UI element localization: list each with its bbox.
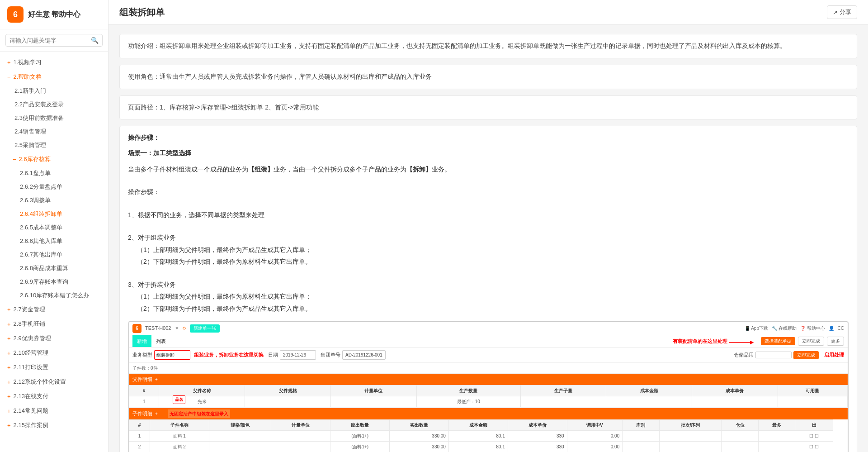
cell-in-use: 0.00 xyxy=(567,441,623,452)
mock-th2-warehouse: 库别 xyxy=(623,419,659,430)
mock-btn-complete[interactable]: 立即完成 xyxy=(793,351,819,359)
sidebar-item-install[interactable]: 2.2产品安装及登录 xyxy=(0,98,108,111)
cell-name: 光米 品名 xyxy=(159,396,245,407)
top-bar: 组装拆卸单 ↗ 分享 xyxy=(108,0,868,25)
mock-topbar: 6 TEST-H002 ▼ ⟳ 新建单一张 📱 App下载 🔧 在线帮助 ❓ 帮… xyxy=(129,322,848,335)
content-body: 功能介绍：组装拆卸单用来处理企业组装或拆卸等加工业务，支持有固定装配清单的产品加… xyxy=(108,25,868,452)
sidebar-item-print[interactable]: + 2.11打印设置 xyxy=(0,360,108,375)
mock-th2-batch: 批次/序列 xyxy=(659,419,722,430)
annotation-input: 品名 xyxy=(173,395,185,404)
table-row: 1 面料 1 (面料1+) 330.00 80.1 330 0.00 xyxy=(129,430,848,441)
cell-spec xyxy=(245,396,331,407)
mock-btn-more[interactable]: 更多 xyxy=(827,337,844,346)
scene1-desc: 当由多个子件材料组装成一个成品的业务为【组装】业务，当由一个父件拆分成多个子产品… xyxy=(128,163,849,176)
mock-field-type-value[interactable]: 组装拆卸 xyxy=(154,350,190,360)
sidebar-item-payment[interactable]: + 2.13在线支付 xyxy=(0,389,108,404)
cell-num: 1 xyxy=(129,396,159,407)
cell-batch xyxy=(659,441,722,452)
mock-topbar-center: ❓ 帮助中心 xyxy=(800,324,825,332)
expand-icon: + xyxy=(7,393,11,400)
cell-cost-price xyxy=(692,396,778,407)
mock-th-parent-spec: 父件规格 xyxy=(245,385,331,396)
sidebar-item-assembly[interactable]: 2.6.4组装拆卸单 xyxy=(0,207,108,221)
sidebar-item-transfer[interactable]: 2.6.3调拨单 xyxy=(0,194,108,207)
cell-warehouse xyxy=(623,441,659,452)
expand-icon: + xyxy=(7,364,11,371)
mock-field-ordernum-value[interactable]: AD-20191226-001 xyxy=(342,350,386,360)
mock-form-row: 业务类型 组装拆卸 组装业务，拆卸业务在这里切换 日期 2019-12-26 集… xyxy=(129,347,848,363)
mock-field-date: 日期 2019-12-26 xyxy=(268,350,316,360)
sidebar-item-sales[interactable]: 2.4销售管理 xyxy=(0,125,108,138)
breadcrumb: 页面路径：1、库存核算->库存管理->组装拆卸单 2、首页->常用功能 xyxy=(128,102,849,113)
mock-orange-bar: 父件明细 + xyxy=(129,374,848,385)
sidebar-item-stocktake[interactable]: 2.6.1盘点单 xyxy=(0,167,108,180)
sidebar-item-cost-adj[interactable]: 2.6.5成本调整单 xyxy=(0,221,108,234)
sidebar-item-coupon[interactable]: + 2.9优惠券管理 xyxy=(0,331,108,346)
sidebar-item-ledger-error[interactable]: 2.6.10库存账本错了怎么办 xyxy=(0,289,108,302)
cell-unit xyxy=(331,396,417,407)
step2: 2、对于组装业务 xyxy=(128,232,849,244)
cell-warehouse xyxy=(623,430,659,441)
sidebar-item-newbie[interactable]: 2.1新手入门 xyxy=(0,84,108,98)
mock-th-prod-qty: 生产数量 xyxy=(416,385,520,396)
mock-table2: # 子件名称 规格/颜色 计量单位 应出数量 实出数量 成本金额 成本单价 调用… xyxy=(129,419,848,452)
sidebar-item-label: 2.6库存核算 xyxy=(19,155,51,163)
sidebar-item-video[interactable]: + 1.视频学习 xyxy=(0,55,108,70)
share-button[interactable]: ↗ 分享 xyxy=(827,5,857,19)
sidebar-item-cost-recalc[interactable]: 2.6.8商品成本重算 xyxy=(0,262,108,275)
cell-unit xyxy=(271,430,330,441)
cell-in-use: 0.00 xyxy=(567,430,623,441)
cell-should-out: (面料1+) xyxy=(330,430,390,441)
mock-tab-new[interactable]: 新增 xyxy=(132,335,151,347)
sidebar-item-faq[interactable]: + 2.14常见问题 xyxy=(0,404,108,418)
sidebar-item-partial-stocktake[interactable]: 2.6.2分量盘点单 xyxy=(0,180,108,194)
cell-unit xyxy=(271,441,330,452)
cell-out-btn[interactable]: ☐ ☐ xyxy=(795,430,833,441)
sidebar-item-data-prep[interactable]: 2.3使用前数据准备 xyxy=(0,111,108,125)
annotation-enable: 启用处理 xyxy=(824,351,844,359)
cell-cost-amt: 80.1 xyxy=(448,430,508,441)
mock-th2-unit: 计量单位 xyxy=(271,419,330,430)
mock-btn-choose-assembly[interactable]: 选择装配单据 xyxy=(761,337,795,345)
mock-refresh-icon: ⟳ xyxy=(183,324,186,332)
cell-actual-out: 330.00 xyxy=(390,441,449,452)
mock-topbar-id: TEST-H002 xyxy=(145,324,171,333)
mock-tab-bar: 新增 列表 xyxy=(132,335,170,347)
sidebar-item-personalize[interactable]: + 2.12系统个性化设置 xyxy=(0,375,108,389)
mock-dropdown-icon: ▼ xyxy=(175,324,179,332)
mock-field-type-label: 业务类型 xyxy=(132,351,152,359)
mock-btn-confirm[interactable]: 立即完成 xyxy=(798,337,824,346)
search-input[interactable] xyxy=(9,37,91,44)
mock-field-date-value[interactable]: 2019-12-26 xyxy=(280,350,316,360)
expand-icon: + xyxy=(7,59,11,66)
sidebar-item-mobile[interactable]: + 2.8手机旺铺 xyxy=(0,317,108,331)
search-icon[interactable]: 🔍 xyxy=(91,37,99,44)
mock-screen: 6 TEST-H002 ▼ ⟳ 新建单一张 📱 App下载 🔧 在线帮助 ❓ 帮… xyxy=(128,322,848,452)
intro-box-1: 功能介绍：组装拆卸单用来处理企业组装或拆卸等加工业务，支持有固定装配清单的产品加… xyxy=(119,34,857,58)
sidebar-item-purchase[interactable]: 2.5采购管理 xyxy=(0,138,108,152)
mock-tab-list[interactable]: 列表 xyxy=(151,335,170,347)
sidebar-item-cases[interactable]: + 2.15操作案例 xyxy=(0,418,108,433)
mock-btn-add[interactable]: 新建单一张 xyxy=(190,324,220,333)
collapse-icon: − xyxy=(7,74,11,81)
sidebar-item-finance[interactable]: + 2.7资金管理 xyxy=(0,302,108,317)
sidebar: 6 好生意 帮助中心 🔍 + 1.视频学习 − 2.帮助文档 2.1新手入门 2… xyxy=(0,0,108,452)
cell-out-btn[interactable]: ☐ ☐ xyxy=(795,441,833,452)
intro-box-2: 使用角色：通常由生产人员或库管人员完成拆装业务的操作，库管人员确认原材料的出库和… xyxy=(119,65,857,89)
sidebar-item-inventory[interactable]: − 2.6库存核算 xyxy=(0,152,108,167)
sidebar-item-label: 2.8手机旺铺 xyxy=(14,320,45,328)
search-area: 🔍 xyxy=(0,29,108,52)
table-row: 2 面料 2 (面料1+) 330.00 80.1 330 0.00 xyxy=(129,441,848,452)
sidebar-item-other-in[interactable]: 2.6.6其他入库单 xyxy=(0,234,108,248)
mock-field-store-input[interactable] xyxy=(755,352,792,358)
cell-spec xyxy=(209,441,271,452)
mock-add-icon: + xyxy=(155,376,158,383)
sidebar-item-docs[interactable]: − 2.帮助文档 xyxy=(0,70,108,84)
sidebar-item-ledger[interactable]: 2.6.9库存账本查询 xyxy=(0,275,108,289)
search-input-wrap[interactable]: 🔍 xyxy=(5,34,103,47)
cell-sub-qty xyxy=(520,396,606,407)
mock-th-parent-name: 父件名称 xyxy=(159,385,245,396)
sidebar-item-other-out[interactable]: 2.6.7其他出库单 xyxy=(0,248,108,262)
sidebar-item-operation[interactable]: + 2.10经营管理 xyxy=(0,346,108,360)
cell-cost-price: 330 xyxy=(508,430,567,441)
